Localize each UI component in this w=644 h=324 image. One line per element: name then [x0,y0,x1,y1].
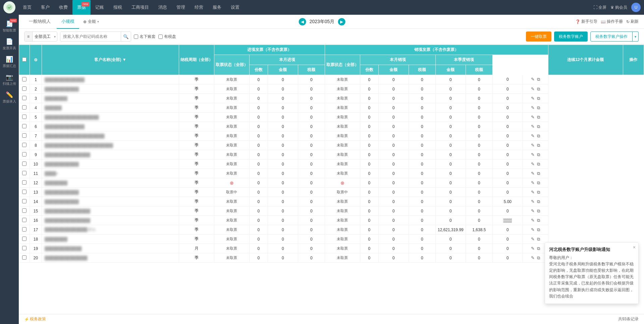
digital-op-button[interactable]: 税务数字账户操作 [590,31,633,42]
edit-icon[interactable]: ✎ [531,161,535,167]
nav-fee[interactable]: 收费 [54,0,72,15]
copy-icon[interactable]: ⧉ [537,143,540,148]
digital-account-button[interactable]: 税务数字账户 [554,31,588,42]
copy-icon[interactable]: ⧉ [537,161,540,167]
row-checkbox[interactable] [22,143,26,147]
copy-icon[interactable]: ⧉ [537,218,540,223]
edit-icon[interactable]: ✎ [531,133,535,138]
nav-operation[interactable]: 经营 [190,0,208,15]
row-checkbox[interactable] [22,255,26,260]
edit-icon[interactable]: ✎ [531,124,535,129]
notification-close-button[interactable]: × [633,245,636,250]
sidebar-item-ticket-summary[interactable]: 📊 票据汇总 [1,53,18,71]
copy-icon[interactable]: ⧉ [537,152,540,157]
nav-business[interactable]: 工商项目 [127,0,154,15]
tab-small-scale[interactable]: 小规模 [57,15,79,29]
edit-icon[interactable]: ✎ [531,115,535,120]
row-checkbox[interactable] [22,208,26,213]
edit-icon[interactable]: ✎ [531,171,535,176]
row-checkbox[interactable] [22,237,26,241]
date-prev-button[interactable]: ◀ [299,18,306,25]
new-guide-button[interactable]: ❓ 新手引导 [575,19,597,24]
copy-icon[interactable]: ⧉ [537,133,540,138]
edit-icon[interactable]: ✎ [531,77,535,82]
edit-icon[interactable]: ✎ [531,199,535,204]
copy-icon[interactable]: ⧉ [537,237,540,242]
copy-icon[interactable]: ⧉ [537,227,540,232]
sidebar-item-invoice-open[interactable]: 📄 发票开具 [1,35,18,53]
nav-settings[interactable]: 设置 [226,0,244,15]
date-next-button[interactable]: ▶ [338,18,345,25]
edit-icon[interactable]: ✎ [531,208,535,213]
sidebar-item-scan-upload[interactable]: 📷 扫描上传 [1,71,18,88]
copy-icon[interactable]: ⧉ [537,115,540,120]
search-input[interactable] [60,32,121,41]
fullscreen-button[interactable]: ⛶ 全屏 [593,5,606,10]
sidebar-item-smart-ticket[interactable]: 🧾 智能取票 new [1,17,18,35]
copy-icon[interactable]: ⧉ [537,180,540,185]
row-checkbox[interactable] [22,105,26,110]
row-checkbox[interactable] [22,218,26,222]
checkbox-subaccount[interactable]: 名下账套 [134,34,156,40]
copy-icon[interactable]: ⧉ [537,105,540,110]
nav-tax[interactable]: 报税 [109,0,127,15]
nav-ticket[interactable]: 票据 new [72,0,91,15]
nav-manage[interactable]: 管理 [172,0,190,15]
edit-icon[interactable]: ✎ [531,218,535,223]
nav-bookkeeping[interactable]: 记账 [91,0,109,15]
nav-service[interactable]: 服务 [208,0,226,15]
edit-icon[interactable]: ✎ [531,190,535,195]
nav-customer[interactable]: 客户 [36,0,54,15]
copy-icon[interactable]: ⧉ [537,246,540,251]
copy-icon[interactable]: ⧉ [537,86,540,91]
manual-button[interactable]: 📖 操作手册 [601,19,623,24]
edit-icon[interactable]: ✎ [531,143,535,148]
search-button[interactable]: 🔍 [121,32,131,41]
employee-select[interactable]: ≡ 全部员工 ▾ [24,31,57,42]
checkbox-taxdisk-input[interactable] [158,35,163,39]
copy-icon[interactable]: ⧉ [537,77,540,82]
row-checkbox[interactable] [22,152,26,156]
digital-op-arrow-button[interactable]: ▾ [633,31,639,42]
edit-icon[interactable]: ✎ [531,152,535,157]
copy-icon[interactable]: ⧉ [537,171,540,176]
row-checkbox[interactable] [22,77,26,81]
edit-icon[interactable]: ✎ [531,255,535,260]
tab-all-dropdown[interactable]: ⊕ 全能 ▾ [80,19,102,24]
edit-icon[interactable]: ✎ [531,246,535,251]
row-checkbox[interactable] [22,86,26,91]
checkbox-taxdisk[interactable]: 有税盘 [158,34,176,40]
row-checkbox[interactable] [22,96,26,100]
edit-icon[interactable]: ✎ [531,105,535,110]
copy-icon[interactable]: ⧉ [537,124,540,129]
row-checkbox[interactable] [22,227,26,232]
row-checkbox[interactable] [22,161,26,166]
sidebar-item-ticket-entry[interactable]: ✏️ 票据录入 [1,88,18,106]
nav-home[interactable]: 首页 [18,0,36,15]
row-checkbox[interactable] [22,246,26,250]
row-checkbox[interactable] [22,115,26,119]
row-checkbox[interactable] [22,124,26,128]
copy-icon[interactable]: ⧉ [537,190,540,195]
row-checkbox[interactable] [22,133,26,138]
edit-icon[interactable]: ✎ [531,180,535,185]
tab-general-taxpayer[interactable]: 一般纳税人 [24,15,55,29]
row-checkbox[interactable] [22,199,26,203]
row-checkbox[interactable] [22,190,26,194]
copy-icon[interactable]: ⧉ [537,208,540,213]
edit-icon[interactable]: ✎ [531,96,535,101]
select-all-checkbox[interactable] [22,57,26,62]
user-avatar[interactable]: U [631,3,641,12]
checkbox-subaccount-input[interactable] [134,35,138,39]
one-click-ticket-button[interactable]: 一键取票 [526,31,551,42]
edit-icon[interactable]: ✎ [531,227,535,232]
row-checkbox[interactable] [22,180,26,185]
member-button[interactable]: ♛ 购会员 [610,5,627,10]
row-checkbox[interactable] [22,171,26,175]
nav-message[interactable]: 消息 [154,0,172,15]
tax-policy-link[interactable]: ⚡ 税务政策 [24,316,46,322]
edit-icon[interactable]: ✎ [531,86,535,91]
copy-icon[interactable]: ⧉ [537,96,540,101]
copy-icon[interactable]: ⧉ [537,199,540,204]
edit-icon[interactable]: ✎ [531,237,535,242]
